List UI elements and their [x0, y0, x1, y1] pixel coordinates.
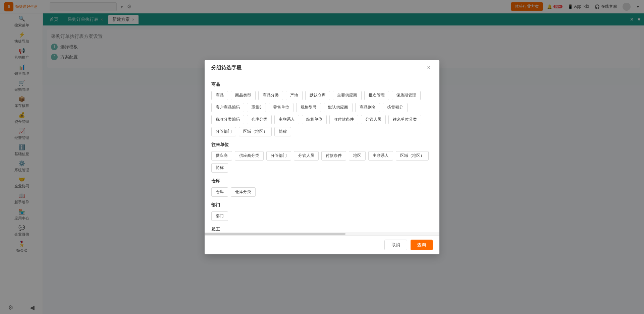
field-tag-0-19[interactable]: 收付款条件	[329, 115, 358, 124]
field-tag-0-13[interactable]: 商品别名	[355, 103, 380, 112]
section-tags-1: 供应商供应商分类分管部门分管人员付款条件地区主联系人区域（地区）简称	[211, 151, 433, 173]
section-4: 员工业务员	[211, 226, 433, 232]
field-tag-0-1[interactable]: 商品类型	[231, 91, 256, 100]
field-tag-1-4[interactable]: 付款条件	[321, 151, 346, 161]
field-tag-0-20[interactable]: 分管人员	[361, 115, 386, 124]
cancel-button[interactable]: 取消	[384, 240, 407, 250]
field-tag-0-18[interactable]: 结算单位	[302, 115, 327, 124]
modal-hscroll-thumb	[205, 233, 345, 235]
field-tag-0-14[interactable]: 拣货积分	[383, 103, 408, 112]
field-tag-0-10[interactable]: 零售单位	[269, 103, 293, 112]
field-tag-1-8[interactable]: 简称	[211, 163, 228, 173]
field-tag-0-17[interactable]: 主联系人	[274, 115, 299, 124]
field-tag-0-23[interactable]: 区域（地区）	[239, 127, 272, 136]
field-tag-1-5[interactable]: 地区	[349, 151, 366, 161]
field-tag-1-1[interactable]: 供应商分类	[235, 151, 264, 161]
section-0: 商品商品商品类型商品分类产地默认仓库主要供应商批次管理保质期管理客户商品编码重量…	[211, 81, 433, 136]
field-tag-0-8[interactable]: 客户商品编码	[211, 103, 244, 112]
field-tag-2-0[interactable]: 仓库	[211, 187, 228, 197]
field-tag-0-0[interactable]: 商品	[211, 91, 228, 100]
modal-header: 分组待选字段 ×	[205, 60, 439, 76]
modal-dialog: 分组待选字段 × 商品商品商品类型商品分类产地默认仓库主要供应商批次管理保质期管…	[205, 60, 439, 254]
field-tag-0-3[interactable]: 产地	[286, 91, 303, 100]
modal-close-btn[interactable]: ×	[425, 64, 433, 72]
field-tag-0-11[interactable]: 规格型号	[296, 103, 321, 112]
field-tag-0-2[interactable]: 商品分类	[258, 91, 283, 100]
field-tag-1-6[interactable]: 主联系人	[368, 151, 393, 161]
field-tag-0-24[interactable]: 简称	[274, 127, 291, 136]
field-tag-0-15[interactable]: 税收分类编码	[211, 115, 244, 124]
field-tag-0-6[interactable]: 批次管理	[364, 91, 389, 100]
section-title-4: 员工	[211, 226, 433, 232]
section-tags-3: 部门	[211, 211, 433, 221]
section-3: 部门部门	[211, 202, 433, 221]
section-title-2: 仓库	[211, 178, 433, 184]
section-title-0: 商品	[211, 81, 433, 87]
section-title-3: 部门	[211, 202, 433, 208]
field-tag-0-4[interactable]: 默认仓库	[305, 91, 330, 100]
section-2: 仓库仓库仓库分类	[211, 178, 433, 197]
section-tags-2: 仓库仓库分类	[211, 187, 433, 197]
modal-overlay: 分组待选字段 × 商品商品商品类型商品分类产地默认仓库主要供应商批次管理保质期管…	[0, 0, 644, 314]
field-tag-0-9[interactable]: 重量3	[247, 103, 266, 112]
field-tag-0-22[interactable]: 分管部门	[211, 127, 236, 136]
field-tag-0-5[interactable]: 主要供应商	[333, 91, 362, 100]
field-tag-3-0[interactable]: 部门	[211, 211, 228, 221]
section-tags-0: 商品商品类型商品分类产地默认仓库主要供应商批次管理保质期管理客户商品编码重量3零…	[211, 91, 433, 136]
confirm-button[interactable]: 查询	[411, 240, 433, 250]
field-tag-1-3[interactable]: 分管人员	[294, 151, 319, 161]
field-tag-0-7[interactable]: 保质期管理	[392, 91, 421, 100]
field-tag-0-21[interactable]: 往来单位分类	[388, 115, 421, 124]
field-tag-2-1[interactable]: 仓库分类	[231, 187, 256, 197]
modal-title: 分组待选字段	[211, 65, 241, 71]
field-tag-1-2[interactable]: 分管部门	[266, 151, 291, 161]
modal-hscroll[interactable]	[205, 232, 439, 235]
modal-footer: 取消 查询	[205, 235, 439, 254]
field-tag-0-12[interactable]: 默认供应商	[324, 103, 353, 112]
modal-body: 商品商品商品类型商品分类产地默认仓库主要供应商批次管理保质期管理客户商品编码重量…	[205, 76, 439, 232]
section-title-1: 往来单位	[211, 142, 433, 148]
field-tag-1-7[interactable]: 区域（地区）	[396, 151, 429, 161]
field-tag-1-0[interactable]: 供应商	[211, 151, 232, 161]
field-tag-0-16[interactable]: 仓库分类	[247, 115, 272, 124]
section-1: 往来单位供应商供应商分类分管部门分管人员付款条件地区主联系人区域（地区）简称	[211, 142, 433, 173]
